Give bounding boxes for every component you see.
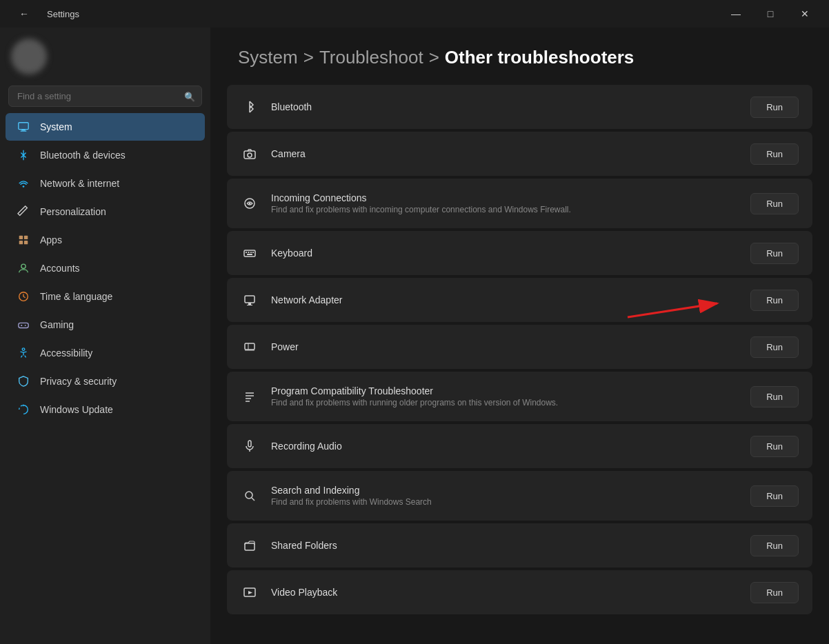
search-input[interactable]	[8, 85, 202, 107]
svg-rect-30	[245, 350, 254, 351]
svg-rect-22	[250, 252, 252, 253]
minimize-button[interactable]: —	[720, 3, 752, 25]
network-adapter-info: Network Adapter	[271, 294, 738, 305]
sidebar-item-label: Accounts	[40, 263, 80, 274]
troubleshooter-item-program-compatibility: Program Compatibility Troubleshooter Fin…	[227, 372, 812, 421]
network-adapter-icon	[241, 293, 259, 307]
troubleshooter-item-bluetooth: Bluetooth Run	[227, 85, 812, 129]
svg-rect-6	[19, 241, 23, 244]
shared-folders-icon	[241, 539, 259, 552]
svg-rect-39	[245, 543, 254, 550]
troubleshooter-item-shared-folders: Shared Folders Run	[227, 523, 812, 567]
power-run-button[interactable]: Run	[750, 336, 799, 358]
troubleshooter-item-keyboard: Keyboard Run	[227, 231, 812, 275]
power-icon	[241, 340, 259, 354]
recording-audio-run-button[interactable]: Run	[750, 436, 799, 457]
bluetooth-info: Bluetooth	[271, 101, 738, 112]
incoming-connections-desc: Find and fix problems with incoming comp…	[271, 205, 738, 214]
shared-folders-name: Shared Folders	[271, 540, 738, 551]
svg-rect-2	[21, 130, 27, 131]
program-compatibility-run-button[interactable]: Run	[750, 386, 799, 407]
close-button[interactable]: ✕	[789, 3, 821, 25]
sidebar-item-system[interactable]: System	[6, 113, 205, 141]
keyboard-run-button[interactable]: Run	[750, 243, 799, 264]
network-adapter-name: Network Adapter	[271, 294, 738, 305]
breadcrumb-sep1: >	[303, 47, 314, 68]
svg-rect-23	[252, 252, 254, 253]
search-box[interactable]: 🔍	[8, 85, 202, 107]
sidebar-item-accessibility[interactable]: Accessibility	[6, 339, 205, 367]
sidebar-item-label: Privacy & security	[40, 376, 117, 387]
svg-rect-35	[248, 441, 251, 447]
user-avatar-section	[0, 28, 210, 83]
sidebar-item-network[interactable]: Network & internet	[6, 170, 205, 197]
troubleshooter-list: Bluetooth Run Camera Run Incoming Connec…	[210, 85, 829, 634]
accessibility-icon	[17, 346, 30, 360]
breadcrumb-sep2: >	[429, 47, 439, 68]
svg-rect-5	[24, 236, 28, 239]
system-icon	[17, 120, 30, 134]
camera-name: Camera	[271, 148, 738, 159]
sidebar-item-privacy[interactable]: Privacy & security	[6, 368, 205, 395]
troubleshooter-item-recording-audio: Recording Audio Run	[227, 424, 812, 468]
sidebar-item-label: Bluetooth & devices	[40, 150, 126, 161]
video-playback-run-button[interactable]: Run	[750, 582, 799, 603]
sidebar-item-label: System	[40, 121, 72, 132]
svg-rect-25	[245, 296, 254, 303]
sidebar-item-gaming[interactable]: Gaming	[6, 311, 205, 339]
sidebar-item-time[interactable]: Time & language	[6, 283, 205, 310]
incoming-connections-name: Incoming Connections	[271, 192, 738, 203]
app-title: Settings	[47, 9, 79, 19]
svg-point-37	[246, 492, 252, 499]
sidebar-item-update[interactable]: Windows Update	[6, 396, 205, 423]
svg-point-18	[249, 203, 251, 205]
troubleshooter-item-network-adapter: Network Adapter Run	[227, 278, 812, 322]
incoming-connections-info: Incoming Connections Find and fix proble…	[271, 192, 738, 214]
sidebar-item-label: Gaming	[40, 319, 74, 330]
search-indexing-info: Search and Indexing Find and fix problem…	[271, 485, 738, 507]
search-indexing-run-button[interactable]: Run	[750, 485, 799, 507]
sidebar-item-label: Apps	[40, 234, 62, 245]
sidebar-item-personalization[interactable]: Personalization	[6, 198, 205, 225]
troubleshooter-item-video-playback: Video Playback Run	[227, 570, 812, 614]
bluetooth-icon	[241, 100, 259, 114]
program-compatibility-icon	[241, 390, 259, 403]
svg-rect-10	[19, 323, 28, 328]
svg-rect-28	[245, 343, 254, 350]
bluetooth-run-button[interactable]: Run	[750, 97, 799, 118]
incoming-connections-run-button[interactable]: Run	[750, 193, 799, 214]
personalization-icon	[17, 205, 30, 219]
sidebar-item-bluetooth[interactable]: Bluetooth & devices	[6, 141, 205, 169]
shared-folders-run-button[interactable]: Run	[750, 535, 799, 556]
camera-run-button[interactable]: Run	[750, 143, 799, 165]
time-icon	[17, 290, 30, 303]
breadcrumb-current: Other troubleshooters	[445, 47, 634, 68]
svg-rect-26	[248, 303, 251, 305]
breadcrumb-system: System	[238, 47, 298, 68]
svg-point-16	[248, 153, 252, 157]
incoming-connections-icon	[241, 197, 259, 210]
maximize-button[interactable]: □	[755, 3, 786, 25]
bluetooth-name: Bluetooth	[271, 101, 738, 112]
troubleshooter-item-search-indexing: Search and Indexing Find and fix problem…	[227, 471, 812, 521]
sidebar-item-accounts[interactable]: Accounts	[6, 254, 205, 282]
video-playback-info: Video Playback	[271, 587, 738, 598]
keyboard-info: Keyboard	[271, 248, 738, 259]
svg-rect-20	[246, 252, 247, 253]
power-name: Power	[271, 341, 738, 352]
svg-rect-27	[247, 305, 252, 305]
video-playback-icon	[241, 585, 259, 599]
svg-point-13	[25, 325, 26, 326]
privacy-icon	[17, 374, 30, 388]
svg-rect-1	[21, 130, 25, 131]
sidebar-item-apps[interactable]: Apps	[6, 226, 205, 254]
network-adapter-run-button[interactable]: Run	[750, 290, 799, 311]
svg-rect-4	[19, 236, 23, 239]
sidebar: 🔍 System Bluetooth & devices Network & i…	[0, 28, 210, 644]
avatar	[11, 39, 47, 74]
back-button[interactable]: ←	[8, 3, 40, 25]
troubleshooter-item-incoming-connections: Incoming Connections Find and fix proble…	[227, 179, 812, 228]
nav-list: System Bluetooth & devices Network & int…	[0, 112, 210, 424]
program-compatibility-name: Program Compatibility Troubleshooter	[271, 385, 738, 396]
content-area: System > Troubleshoot > Other troublesho…	[210, 28, 829, 644]
